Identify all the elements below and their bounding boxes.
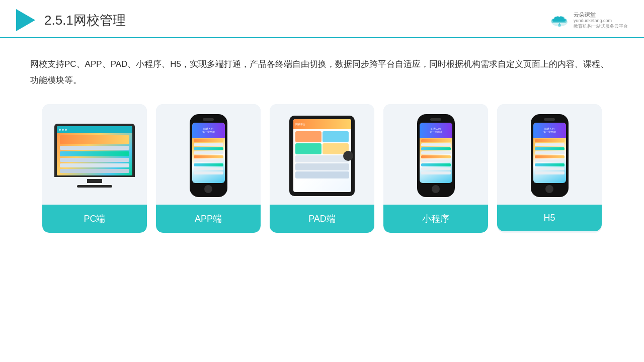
- cards-area: PC端 职通人的第一堂网课: [0, 99, 644, 248]
- phone-app-mockup: 职通人的第一堂网课: [190, 114, 227, 197]
- card-pc-image: [42, 104, 147, 205]
- header-left: 2.5.1网校管理: [16, 9, 126, 31]
- description-text: 网校支持PC、APP、PAD、小程序、H5，实现多端打通，产品各终端自由切换，数…: [0, 38, 644, 99]
- title-main: 网校管理: [73, 13, 126, 28]
- phone-mini-mockup: 职通人的第一堂网课: [417, 114, 455, 197]
- card-pad-image: 网校平台: [270, 104, 374, 205]
- brand-logo: 云朵课堂 yunduoketang.com 教育机构一站式服务云平台: [548, 12, 628, 29]
- card-h5-label: H5: [497, 205, 602, 231]
- card-pc: PC端: [42, 104, 147, 233]
- card-miniprogram-image: 职通人的第一堂网课: [383, 104, 488, 205]
- card-miniprogram: 职通人的第一堂网课: [383, 104, 488, 233]
- card-h5-image: 职通人的第一堂网课: [497, 104, 602, 205]
- card-app-image: 职通人的第一堂网课: [156, 104, 261, 205]
- card-pad-label: PAD端: [270, 205, 374, 233]
- logo-triangle-icon: [16, 9, 35, 31]
- pc-mockup: [54, 124, 135, 188]
- card-app: 职通人的第一堂网课: [156, 104, 261, 233]
- description-paragraph: 网校支持PC、APP、PAD、小程序、H5，实现多端打通，产品各终端自由切换，数…: [30, 56, 614, 89]
- card-miniprogram-label: 小程序: [383, 205, 488, 233]
- phone-h5-mockup: 职通人的第一堂网课: [531, 114, 569, 197]
- card-pc-label: PC端: [42, 205, 147, 233]
- title-prefix: 2.5.1: [44, 13, 73, 28]
- brand-name: 云朵课堂: [574, 12, 596, 18]
- cloud-logo-icon: [548, 13, 571, 28]
- header: 2.5.1网校管理 云朵课堂 yunduoketang.com 教育机构一站式服…: [0, 0, 644, 38]
- header-right: 云朵课堂 yunduoketang.com 教育机构一站式服务云平台: [548, 12, 628, 29]
- pad-mockup: 网校平台: [289, 116, 355, 196]
- brand-tagline: 教育机构一站式服务云平台: [574, 24, 628, 29]
- brand-url: yunduoketang.com: [574, 18, 612, 24]
- card-app-label: APP端: [156, 205, 261, 233]
- brand-text: 云朵课堂 yunduoketang.com 教育机构一站式服务云平台: [574, 12, 628, 29]
- page-title: 2.5.1网校管理: [44, 12, 126, 29]
- card-h5: 职通人的第一堂网课: [497, 104, 602, 233]
- card-pad: 网校平台 PAD端: [270, 104, 374, 233]
